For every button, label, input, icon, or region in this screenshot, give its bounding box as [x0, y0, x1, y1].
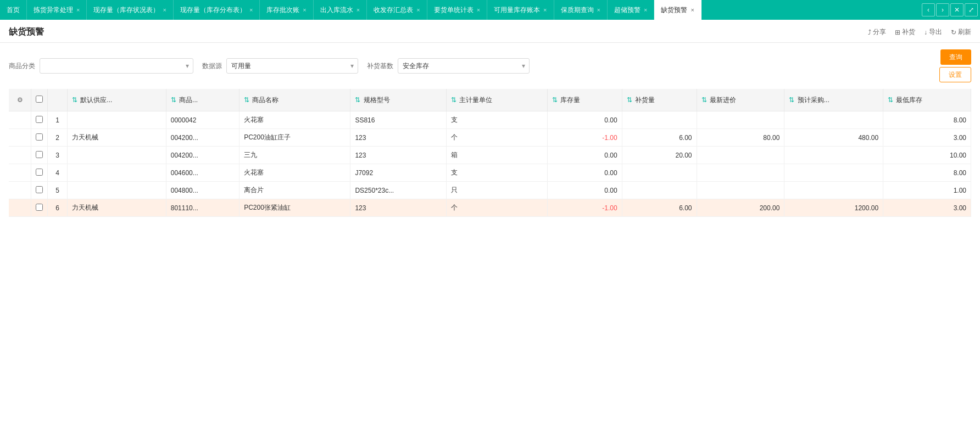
row-checkbox-cell[interactable] — [31, 199, 48, 217]
tab-inventory-status[interactable]: 现存量（库存状况表） × — [87, 0, 173, 20]
th-stock[interactable]: ⇅ 库存量 — [547, 89, 622, 111]
export-action[interactable]: ↓ 导出 — [924, 27, 942, 37]
row-spec: 123 — [350, 199, 447, 217]
close-tab-inventory-dist[interactable]: × — [249, 7, 253, 13]
row-unit: 个 — [446, 199, 547, 217]
th-spec[interactable]: ⇅ 规格型号 — [350, 89, 447, 111]
tab-picking[interactable]: 拣货异常处理 × — [27, 0, 87, 20]
close-tab-shortage[interactable]: × — [691, 7, 694, 13]
tab-close-all-btn[interactable]: ✕ — [950, 3, 964, 16]
row-checkbox-cell[interactable] — [31, 182, 48, 199]
table-body: 1 0000042 火花塞 SS816 支 0.00 8.00 2 力天机械 0… — [9, 111, 971, 217]
row-checkbox[interactable] — [36, 204, 43, 211]
close-tab-picking[interactable]: × — [76, 7, 80, 13]
tab-order-stat[interactable]: 要货单统计表 × — [427, 0, 487, 20]
tab-batch[interactable]: 库存批次账 × — [260, 0, 313, 20]
datasource-select[interactable]: 可用量 — [226, 58, 358, 74]
row-checkbox[interactable] — [36, 186, 43, 193]
query-button[interactable]: 查询 — [940, 49, 971, 65]
sort-icon-latest-price: ⇅ — [701, 96, 707, 104]
sort-icon-replenish: ⇅ — [627, 96, 632, 104]
row-min-stock: 3.00 — [883, 129, 971, 147]
close-tab-order-stat[interactable]: × — [477, 7, 480, 13]
row-latest-price — [697, 111, 784, 129]
select-all-checkbox[interactable] — [36, 96, 43, 103]
tab-overstock[interactable]: 超储预警 × — [608, 0, 654, 20]
row-checkbox[interactable] — [36, 169, 43, 176]
row-min-stock: 10.00 — [883, 147, 971, 164]
th-replenish[interactable]: ⇅ 补货量 — [622, 89, 697, 111]
tab-maximize-btn[interactable]: ⤢ — [965, 3, 978, 16]
row-gear-cell — [9, 147, 31, 164]
row-checkbox-cell[interactable] — [31, 164, 48, 182]
filter-actions: 查询 设置 — [939, 49, 971, 82]
th-est-purchase[interactable]: ⇅ 预计采购... — [784, 89, 883, 111]
th-min-stock[interactable]: ⇅ 最低库存 — [883, 89, 971, 111]
row-unit: 只 — [446, 182, 547, 199]
gear-icon[interactable]: ⚙ — [13, 93, 26, 107]
close-tab-flow[interactable]: × — [357, 7, 360, 13]
tab-home[interactable]: 首页 — [0, 0, 27, 20]
sort-icon-supplier: ⇅ — [72, 96, 77, 104]
row-spec: J7092 — [350, 164, 447, 182]
row-checkbox[interactable] — [36, 116, 43, 123]
th-supplier[interactable]: ⇅ 默认供应... — [68, 89, 166, 111]
row-latest-price — [697, 182, 784, 199]
row-checkbox[interactable] — [36, 133, 43, 141]
category-select[interactable] — [40, 58, 193, 74]
row-gear-cell — [9, 111, 31, 129]
row-est-purchase — [784, 164, 883, 182]
data-table: ⚙ ⇅ 默认供应... ⇅ 商品... ⇅ — [9, 89, 971, 217]
th-unit[interactable]: ⇅ 主计量单位 — [446, 89, 547, 111]
close-tab-overstock[interactable]: × — [644, 7, 647, 13]
row-est-purchase — [784, 111, 883, 129]
tab-bar: 首页 拣货异常处理 × 现存量（库存状况表） × 现存量（库存分布表） × 库存… — [0, 0, 980, 20]
table-row: 1 0000042 火花塞 SS816 支 0.00 8.00 — [9, 111, 971, 129]
row-replenish: 6.00 — [622, 199, 697, 217]
tab-next-btn[interactable]: › — [936, 3, 949, 16]
page-title: 缺货预警 — [9, 26, 44, 38]
row-name: 三九 — [240, 147, 350, 164]
close-tab-expiry[interactable]: × — [597, 7, 600, 13]
row-code: 004800... — [166, 182, 239, 199]
page-content: 缺货预警 ⤴ 分享 ⊞ 补货 ↓ 导出 ↻ 刷新 商品分类 — [0, 20, 980, 437]
row-code: 801110... — [166, 199, 239, 217]
row-min-stock: 3.00 — [883, 199, 971, 217]
tab-flow[interactable]: 出入库流水 × — [314, 0, 367, 20]
settings-button[interactable]: 设置 — [939, 67, 971, 82]
datasource-label: 数据源 — [202, 61, 222, 71]
tab-summary[interactable]: 收发存汇总表 × — [367, 0, 427, 20]
th-code[interactable]: ⇅ 商品... — [166, 89, 239, 111]
table-header-row: ⚙ ⇅ 默认供应... ⇅ 商品... ⇅ — [9, 89, 971, 111]
row-checkbox[interactable] — [36, 151, 43, 158]
tab-shortage[interactable]: 缺货预警 × — [654, 0, 701, 20]
th-name[interactable]: ⇅ 商品名称 — [240, 89, 350, 111]
th-latest-price[interactable]: ⇅ 最新进价 — [697, 89, 784, 111]
row-replenish: 6.00 — [622, 129, 697, 147]
row-number: 1 — [48, 111, 68, 129]
row-checkbox-cell[interactable] — [31, 111, 48, 129]
close-tab-summary[interactable]: × — [416, 7, 420, 13]
replenish-icon: ⊞ — [895, 29, 900, 36]
sort-icon-est-purchase: ⇅ — [789, 96, 794, 104]
row-code: 004200... — [166, 129, 239, 147]
row-est-purchase: 1200.00 — [784, 199, 883, 217]
th-gear: ⚙ — [9, 89, 31, 111]
tab-inventory-dist[interactable]: 现存量（库存分布表） × — [174, 0, 260, 20]
tab-prev-btn[interactable]: ‹ — [922, 3, 935, 16]
share-action[interactable]: ⤴ 分享 — [868, 27, 886, 37]
refresh-action[interactable]: ↻ 刷新 — [951, 27, 971, 37]
replenish-action[interactable]: ⊞ 补货 — [895, 27, 915, 37]
close-tab-inventory-status[interactable]: × — [163, 7, 166, 13]
table-row: 2 力天机械 004200... PC200油缸庄子 123 个 -1.00 6… — [9, 129, 971, 147]
row-stock: 0.00 — [547, 147, 622, 164]
replenish-base-select[interactable]: 安全库存 — [398, 58, 530, 74]
tab-expiry[interactable]: 保质期查询 × — [554, 0, 608, 20]
sort-icon-code: ⇅ — [171, 96, 176, 104]
row-est-purchase: 480.00 — [784, 129, 883, 147]
close-tab-batch[interactable]: × — [303, 7, 306, 13]
tab-available[interactable]: 可用量库存账本 × — [487, 0, 554, 20]
row-checkbox-cell[interactable] — [31, 129, 48, 147]
close-tab-available[interactable]: × — [543, 7, 547, 13]
row-checkbox-cell[interactable] — [31, 147, 48, 164]
